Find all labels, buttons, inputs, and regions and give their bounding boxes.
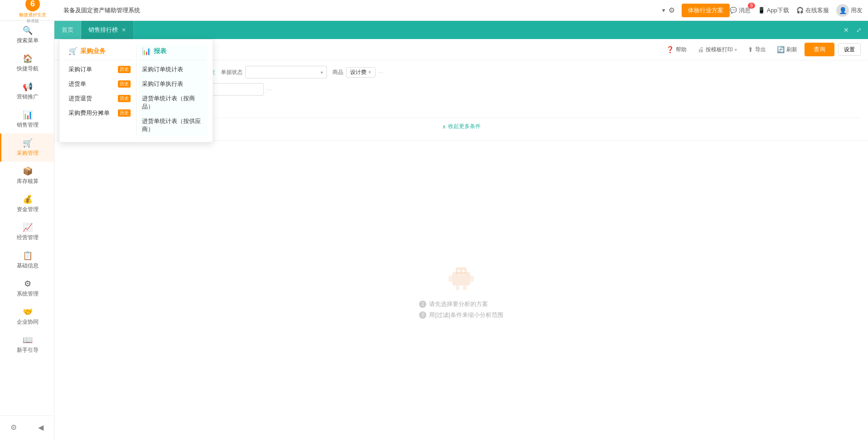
voucher-status-filter: 单据状态 ▾ — [221, 66, 327, 79]
export-btn[interactable]: ⬆ 导出 — [744, 44, 770, 55]
help-icon: ❓ — [666, 46, 674, 53]
inventory-icon: 📦 — [23, 166, 33, 176]
refresh-label: 刷新 — [786, 46, 797, 54]
order-exec-label: 采购订单执行表 — [142, 80, 183, 88]
sidebar: 🔍 搜索菜单 🏠 快捷导航 📢 营销推广 📊 销售管理 🛒 采购管理 📦 库存核… — [0, 21, 54, 439]
marketing-icon: 📢 — [23, 82, 33, 92]
app-download-item[interactable]: 📱 App下载 — [758, 6, 789, 15]
service-label: 在线客服 — [805, 6, 829, 15]
sidebar-item-quicknav[interactable]: 🏠 快捷导航 — [0, 49, 54, 77]
goods-tag-text: 设计费 — [350, 69, 366, 76]
dropdown-item-expense[interactable]: 采购费用分摊单 历史 — [65, 106, 134, 120]
quicknav-icon: 🏠 — [23, 54, 33, 64]
sidebar-item-purchase[interactable]: 🛒 采购管理 — [0, 133, 54, 162]
dropdown-item-incoming-stats-goods[interactable]: 进货单统计表（按商品） — [138, 91, 208, 114]
sidebar-item-sales[interactable]: 📊 销售管理 — [0, 105, 54, 133]
management-icon: 📈 — [23, 222, 33, 232]
goods-tag[interactable]: 设计费 × — [346, 67, 375, 78]
logo-icon: 6 — [25, 0, 40, 11]
sidebar-item-management[interactable]: 📈 经营管理 — [0, 218, 54, 246]
sidebar-item-system-label: 系统管理 — [17, 290, 39, 298]
tab-sales-rank[interactable]: 销售排行榜 ✕ — [81, 21, 134, 39]
app-icon: 📱 — [758, 7, 765, 14]
tab-expand-btn[interactable]: ⤢ — [853, 25, 864, 35]
sidebar-settings-icon[interactable]: ⚙ — [8, 420, 20, 434]
dropdown-divider — [136, 45, 137, 137]
logo-tag: 标准版 — [27, 18, 39, 24]
dropdown-item-order-exec[interactable]: 采购订单执行表 — [138, 77, 208, 91]
voucher-status-select[interactable]: ▾ — [245, 66, 327, 79]
topbar-right: 💬 9 消息 📱 App下载 🎧 在线客服 👤 用友 — [730, 4, 863, 17]
purchase-col-icon: 🛒 — [68, 47, 78, 55]
logo-text: 畅捷通好生意 — [19, 12, 46, 18]
refresh-icon: 🔄 — [777, 46, 785, 53]
message-item[interactable]: 💬 9 消息 — [730, 6, 751, 15]
filter-settings-btn[interactable]: 设置 — [838, 43, 861, 56]
dropdown-item-order-stats[interactable]: 采购订单统计表 — [138, 62, 208, 77]
svg-rect-5 — [449, 276, 452, 282]
order-stats-label: 采购订单统计表 — [142, 65, 183, 74]
incoming-history-tag: 历史 — [118, 80, 131, 88]
refresh-btn[interactable]: 🔄 刷新 — [773, 44, 801, 55]
goods-tag-remove-icon[interactable]: × — [368, 69, 371, 75]
topbar: 6 畅捷通好生意 标准版 装备及固定资产辅助管理系统 ▾ ⚙ 体验行业方案 💬 … — [0, 0, 868, 21]
dropdown-item-return[interactable]: 进货退货 历史 — [65, 91, 134, 106]
message-icon: 💬 — [730, 7, 737, 14]
dropdown-columns: 🛒 采购业务 采购订单 历史 进货单 历史 进货退货 历史 采购费用分摊单 历史 — [59, 45, 213, 137]
sidebar-item-marketing[interactable]: 📢 营销推广 — [0, 77, 54, 105]
empty-state: 1 请先选择要分析的方案 2 用[过滤]条件来缩小分析范围 — [54, 141, 868, 439]
svg-point-3 — [462, 270, 465, 272]
tab-home-label: 首页 — [62, 26, 73, 34]
help-btn[interactable]: ❓ 帮助 — [663, 44, 690, 55]
purchase-order-label: 采购订单 — [68, 65, 92, 74]
user-label: 用友 — [851, 6, 863, 15]
sidebar-item-sales-label: 销售管理 — [17, 121, 39, 129]
system-title: 装备及固定资产辅助管理系统 — [63, 6, 662, 15]
voucher-status-label: 单据状态 — [221, 69, 243, 76]
svg-rect-6 — [470, 276, 474, 282]
sidebar-bottom: ⚙ ◀ — [0, 415, 54, 439]
goods-filter-dots[interactable]: ··· — [378, 69, 384, 76]
print-icon: 🖨 — [697, 46, 704, 53]
user-item[interactable]: 👤 用友 — [836, 4, 863, 17]
dropdown-item-purchase-order[interactable]: 采购订单 历史 — [65, 62, 134, 77]
collapse-btn[interactable]: ∧ 收起更多条件 — [442, 120, 481, 133]
print-label: 按模板打印 — [706, 46, 733, 54]
purchase-icon: 🛒 — [23, 138, 33, 148]
dropdown-col2-header: 📊 报表 — [138, 45, 208, 60]
settings-icon-btn[interactable]: ⚙ — [665, 4, 678, 17]
sidebar-item-cooperation[interactable]: 🤝 企业协同 — [0, 302, 54, 330]
svg-rect-7 — [456, 286, 459, 290]
sidebar-item-basicinfo[interactable]: 📋 基础信息 — [0, 246, 54, 274]
query-btn[interactable]: 查询 — [805, 43, 834, 56]
tab-close-icon[interactable]: ✕ — [122, 27, 126, 33]
dropdown-item-incoming-stats-supplier[interactable]: 进货单统计表（按供应商） — [138, 114, 208, 137]
sidebar-item-finance[interactable]: 💰 资金管理 — [0, 190, 54, 218]
sidebar-item-purchase-label: 采购管理 — [17, 149, 39, 157]
voucher-status-arrow: ▾ — [321, 70, 323, 75]
dropdown-item-incoming[interactable]: 进货单 历史 — [65, 77, 134, 91]
sidebar-collapse-icon[interactable]: ◀ — [35, 420, 46, 434]
purchase-order-history-tag: 历史 — [118, 66, 131, 73]
tab-close-all-btn[interactable]: ✕ — [841, 25, 852, 35]
purchase-dropdown-menu: 🛒 采购业务 采购订单 历史 进货单 历史 进货退货 历史 采购费用分摊单 历史 — [59, 39, 213, 143]
service-icon: 🎧 — [796, 7, 804, 14]
sidebar-item-inventory[interactable]: 📦 库存核算 — [0, 162, 54, 190]
sidebar-item-search[interactable]: 🔍 搜索菜单 — [0, 21, 54, 49]
tab-bar: 首页 销售排行榜 ✕ ✕ ⤢ — [54, 21, 868, 39]
tab-sales-rank-label: 销售排行榜 — [88, 26, 118, 34]
sidebar-item-newbie[interactable]: 📖 新手引导 — [0, 330, 54, 359]
dropdown-col-reports: 📊 报表 采购订单统计表 采购订单执行表 进货单统计表（按商品） 进货单统计表（… — [138, 45, 208, 137]
print-btn[interactable]: 🖨 按模板打印 ▾ — [694, 44, 741, 55]
svg-rect-4 — [457, 274, 466, 276]
sidebar-item-system[interactable]: ⚙ 系统管理 — [0, 274, 54, 302]
salesperson-filter-dots[interactable]: ··· — [267, 86, 272, 93]
dropdown-col2-title: 报表 — [154, 47, 166, 55]
industry-btn[interactable]: 体验行业方案 — [682, 4, 730, 17]
sidebar-item-newbie-label: 新手引导 — [17, 346, 39, 354]
system-title-dropdown[interactable]: ▾ — [662, 7, 665, 14]
sidebar-item-marketing-label: 营销推广 — [17, 93, 39, 101]
goods-filter: 商品 设计费 × ··· — [332, 67, 384, 78]
dropdown-col1-header: 🛒 采购业务 — [65, 45, 134, 60]
online-service-item[interactable]: 🎧 在线客服 — [796, 6, 829, 15]
